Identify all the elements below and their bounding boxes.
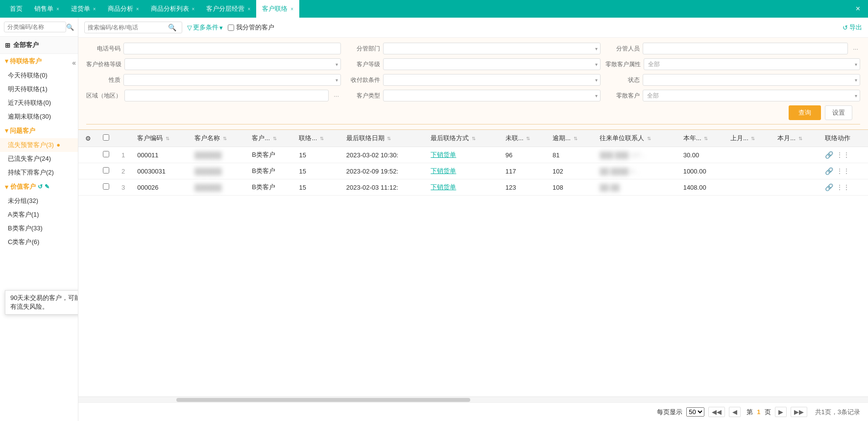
sidebar-item-class-c[interactable]: C类客户(6) [0, 235, 78, 249]
th-unit-contact-sort: ⇅ [647, 136, 651, 141]
nav-tab-purchase-close[interactable]: × [93, 6, 96, 12]
action-link-icon-3[interactable]: 🔗 [825, 183, 833, 191]
th-action-label: 联络动作 [825, 134, 850, 142]
sidebar-item-today[interactable]: 今天待联络(0) [0, 69, 78, 82]
cell-overdue-2: 102 [548, 163, 595, 179]
nav-tab-purchase[interactable]: 进货单 × [65, 0, 102, 18]
action-link-icon-1[interactable]: 🔗 [825, 151, 833, 159]
nav-tab-customer-contact[interactable]: 客户联络 × [256, 0, 299, 18]
nav-tab-customer-tier-close[interactable]: × [247, 6, 250, 12]
filter-payment-wrap: ▾ [383, 74, 601, 86]
cell-level-1: B类客户 [247, 147, 294, 163]
my-customers-label: 我分管的客户 [236, 23, 274, 32]
th-this-month[interactable]: 本月... ⇅ [772, 130, 820, 147]
sidebar-refresh-icon[interactable]: ↺ [38, 183, 43, 190]
filter-cust-level-select[interactable] [383, 58, 601, 70]
more-conditions-button[interactable]: ▽ 更多条件 [187, 23, 223, 32]
per-page-label: 每页显示 [657, 408, 682, 417]
nav-tab-customer-tier[interactable]: 客户分层经营 × [200, 0, 256, 18]
nav-tab-customer-contact-close[interactable]: × [290, 6, 293, 12]
filter-status-select[interactable] [643, 74, 860, 86]
row-checkbox-2[interactable] [103, 167, 109, 173]
sidebar-item-ungrouped[interactable]: 未分组(32) [0, 194, 78, 208]
th-last-method[interactable]: 最后联络方式 ⇅ [426, 130, 501, 147]
filter-dept-select[interactable] [383, 43, 601, 54]
th-gear[interactable]: ⚙ [78, 130, 98, 147]
cell-name-3: ██████ [190, 179, 247, 196]
filter-cust-type-select[interactable] [383, 90, 601, 101]
filter-scatter-attr-select[interactable]: 全部 [644, 58, 860, 70]
sidebar-item-declining[interactable]: 持续下滑客户(2) [0, 166, 78, 179]
filter-payment-select[interactable] [383, 74, 601, 86]
sidebar-item-7days[interactable]: 近7天待联络(0) [0, 96, 78, 110]
row-checkbox-1[interactable] [103, 151, 109, 157]
row-checkbox-3[interactable] [103, 183, 109, 190]
close-all-button[interactable]: × [852, 4, 864, 13]
query-button[interactable]: 查询 [789, 105, 821, 120]
filter-manager-dots[interactable]: ··· [851, 45, 860, 52]
sidebar-item-churn-warning[interactable]: 流失预警客户(3) ● [0, 138, 78, 152]
my-customers-checkbox[interactable] [228, 25, 234, 31]
nav-tab-analysis-close[interactable]: × [136, 6, 139, 12]
th-this-year[interactable]: 本年... ⇅ [678, 130, 725, 147]
next-page-button[interactable]: ▶ [775, 407, 787, 417]
th-unit-contact[interactable]: 往来单位联系人 ⇅ [595, 130, 678, 147]
cell-thismonth-3 [772, 179, 820, 196]
method-link-3[interactable]: 下销货单 [431, 183, 456, 191]
th-level[interactable]: 客户... ⇅ [247, 130, 294, 147]
sidebar-item-churned[interactable]: 已流失客户(24) [0, 152, 78, 166]
export-button[interactable]: ↺ 导出 [843, 23, 862, 32]
top-nav: 首页 销售单 × 进货单 × 商品分析 × 商品分析列表 × 客户分层经营 × … [0, 0, 868, 18]
first-page-button[interactable]: ◀◀ [708, 407, 725, 417]
nav-tab-analysis-list-close[interactable]: × [192, 6, 195, 12]
th-code[interactable]: 客户编码 ⇅ [132, 130, 190, 147]
th-name[interactable]: 客户名称 ⇅ [190, 130, 247, 147]
settings-button[interactable]: 设置 [825, 105, 852, 120]
th-checkbox[interactable] [98, 130, 114, 147]
th-unlink[interactable]: 未联... ⇅ [501, 130, 548, 147]
action-more-icon-3[interactable]: ⋮⋮ [836, 183, 850, 191]
sidebar-edit-icon[interactable]: ✎ [45, 183, 49, 190]
method-link-1[interactable]: 下销货单 [431, 151, 456, 158]
main-search-input[interactable] [88, 24, 166, 31]
filter-price-level-select[interactable] [124, 58, 341, 70]
nav-tab-analysis[interactable]: 商品分析 × [102, 0, 145, 18]
sidebar-collapse-button[interactable]: « [72, 59, 76, 67]
prev-page-button[interactable]: ◀ [729, 407, 741, 417]
sidebar-item-class-b[interactable]: B类客户(33) [0, 222, 78, 235]
last-page-button[interactable]: ▶▶ [791, 407, 807, 417]
per-page-select[interactable]: 50 [686, 407, 704, 417]
filter-region-dots[interactable]: ··· [332, 92, 341, 99]
sidebar-section-value[interactable]: ▾ 价值客户 ↺ ✎ [0, 179, 78, 194]
nav-tab-sales[interactable]: 销售单 × [28, 0, 65, 18]
sidebar-search-area: 🔍 [0, 18, 78, 37]
method-link-2[interactable]: 下销货单 [431, 167, 456, 174]
table-header: ⚙ 客户编码 ⇅ 客户名称 ⇅ 客户... ⇅ [78, 130, 868, 147]
th-contact[interactable]: 联络... ⇅ [294, 130, 341, 147]
cell-action-2: 🔗 ⋮⋮ [820, 163, 868, 179]
filter-phone-input[interactable] [123, 43, 341, 54]
scrollbar-thumb[interactable] [176, 398, 470, 402]
filter-nature-select[interactable] [123, 74, 341, 86]
action-more-icon-2[interactable]: ⋮⋮ [836, 167, 850, 175]
action-more-icon-1[interactable]: ⋮⋮ [836, 151, 850, 159]
sidebar-item-overdue[interactable]: 逾期未联络(30) [0, 110, 78, 124]
horizontal-scrollbar[interactable] [78, 396, 868, 402]
th-last-month[interactable]: 上月... ⇅ [725, 130, 772, 147]
nav-tab-sales-close[interactable]: × [56, 6, 59, 12]
th-overdue[interactable]: 逾期... ⇅ [548, 130, 595, 147]
nav-tab-analysis-list[interactable]: 商品分析列表 × [145, 0, 201, 18]
nav-tab-home[interactable]: 首页 [4, 0, 28, 18]
sidebar-section-pending[interactable]: ▾ 待联络客户 [0, 54, 78, 69]
sidebar-search-input[interactable] [4, 22, 66, 32]
filter-manager-input[interactable] [643, 43, 848, 54]
action-link-icon-2[interactable]: 🔗 [825, 167, 833, 175]
sidebar-item-class-a[interactable]: A类客户(1) [0, 208, 78, 222]
sidebar-item-tomorrow[interactable]: 明天待联络(1) [0, 82, 78, 96]
filter-region-input[interactable] [124, 90, 329, 101]
filter-scatter-select[interactable]: 全部 [643, 90, 860, 101]
th-last-date[interactable]: 最后联络日期 ⇅ [341, 130, 426, 147]
sidebar-item-churned-label: 已流失客户(24) [8, 155, 51, 162]
select-all-checkbox[interactable] [103, 134, 109, 141]
sidebar-section-problem[interactable]: ▾ 问题客户 [0, 124, 78, 138]
